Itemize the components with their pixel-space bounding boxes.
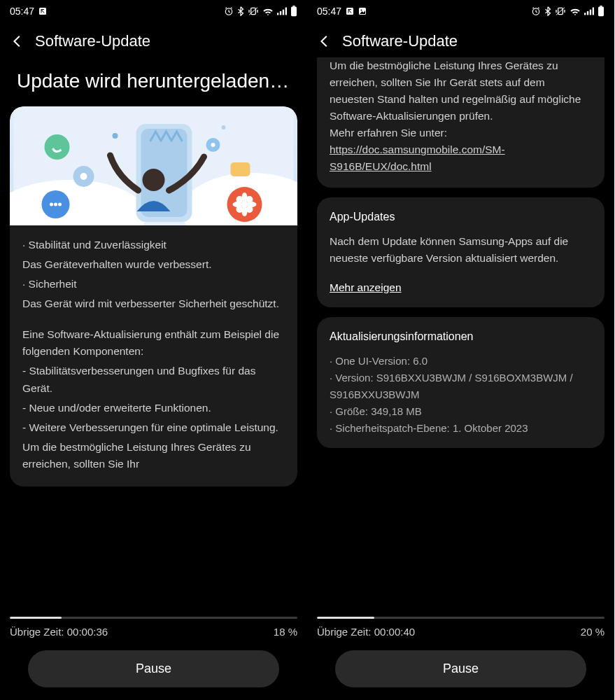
svg-rect-49 xyxy=(600,6,602,7)
changelog-text: Das Geräteverhalten wurde verbessert. xyxy=(22,256,285,273)
changelog-text: Eine Software-Aktualisierung enthält zum… xyxy=(22,326,285,360)
show-more-link[interactable]: Mehr anzeigen xyxy=(330,279,402,296)
svg-rect-46 xyxy=(590,10,591,15)
app-header: Software-Update xyxy=(0,20,307,57)
svg-rect-44 xyxy=(584,13,586,15)
call-indicator-icon xyxy=(38,7,47,15)
back-icon[interactable] xyxy=(317,34,332,49)
progress-bar xyxy=(10,617,297,619)
changelog-text: Das Gerät wird mit verbesserter Sicherhe… xyxy=(22,295,285,312)
time-remaining: Übrige Zeit: 00:00:36 xyxy=(10,626,108,638)
info-card-continuation: Um die bestmögliche Leistung Ihres Gerät… xyxy=(317,57,605,188)
svg-point-16 xyxy=(45,134,70,160)
changelog-body: · Stabilität und Zuverlässigkeit Das Ger… xyxy=(10,225,297,486)
percent-label: 20 % xyxy=(581,626,605,638)
call-indicator-icon xyxy=(346,7,354,15)
progress-fill xyxy=(10,617,62,619)
changelog-bullet: · Stabilität und Zuverlässigkeit xyxy=(22,237,285,253)
progress-bar xyxy=(317,617,605,619)
alarm-icon xyxy=(224,6,234,16)
svg-rect-4 xyxy=(277,13,278,15)
phone-right: 05:47 Software-Update Um die bestmöglich… xyxy=(307,0,614,700)
progress-section: Übrige Zeit: 00:00:40 20 % xyxy=(307,611,614,640)
changelog-item: - Stabilitätsverbesserungen und Bugfixes… xyxy=(22,363,285,396)
back-icon[interactable] xyxy=(10,34,25,49)
svg-rect-48 xyxy=(598,7,604,17)
wifi-icon xyxy=(262,7,274,15)
svg-point-37 xyxy=(222,125,226,130)
vibrate-icon xyxy=(555,6,566,16)
phone-left: 05:47 Software-Update Update wird herunt… xyxy=(0,0,307,700)
svg-point-21 xyxy=(54,203,57,206)
image-indicator-icon xyxy=(358,7,367,15)
svg-rect-6 xyxy=(283,10,284,15)
pause-button[interactable]: Pause xyxy=(28,650,279,687)
svg-rect-8 xyxy=(291,7,297,17)
svg-point-32 xyxy=(246,196,253,203)
svg-rect-9 xyxy=(292,6,295,7)
svg-rect-25 xyxy=(231,162,250,176)
status-time: 05:47 xyxy=(317,6,341,17)
bluetooth-icon xyxy=(544,6,551,16)
svg-line-43 xyxy=(556,8,565,15)
svg-rect-45 xyxy=(587,11,588,15)
info-size: Größe: 349,18 MB xyxy=(330,403,592,420)
info-patch: Sicherheitspatch-Ebene: 1. Oktober 2023 xyxy=(330,420,592,437)
svg-rect-7 xyxy=(285,8,287,15)
percent-label: 18 % xyxy=(274,626,297,638)
app-updates-card: App-Updates Nach dem Update können Samsu… xyxy=(317,197,605,307)
page-title: Update wird heruntergeladen… xyxy=(10,57,297,106)
battery-icon xyxy=(290,6,297,17)
svg-rect-47 xyxy=(593,8,594,15)
status-bar: 05:47 xyxy=(307,0,614,20)
status-time: 05:47 xyxy=(10,6,34,17)
card-title: App-Updates xyxy=(330,209,592,226)
signal-icon xyxy=(584,7,594,15)
pause-button[interactable]: Pause xyxy=(335,650,586,687)
alarm-icon xyxy=(531,6,541,16)
svg-point-34 xyxy=(246,206,253,213)
battery-icon xyxy=(598,6,605,17)
docs-link[interactable]: https://doc.samsungmobile.com/SM-S916B/E… xyxy=(330,144,505,172)
changelog-item: - Neue und/oder erweiterte Funktionen. xyxy=(22,400,285,416)
more-info-label: Mehr erfahren Sie unter: xyxy=(330,125,592,141)
header-title: Software-Update xyxy=(342,32,458,50)
status-bar: 05:47 xyxy=(0,0,307,20)
svg-point-22 xyxy=(58,203,62,206)
svg-point-15 xyxy=(143,169,165,191)
svg-point-36 xyxy=(113,133,118,139)
progress-fill xyxy=(317,617,374,619)
svg-line-3 xyxy=(249,8,257,15)
changelog-text: Um die bestmögliche Leistung Ihres Gerät… xyxy=(22,439,285,472)
svg-point-18 xyxy=(80,173,87,180)
info-text: Um die bestmögliche Leistung Ihres Gerät… xyxy=(330,57,592,125)
vibrate-icon xyxy=(248,6,259,16)
info-version: Version: S916BXXU3BWJM / S916BOXM3BWJM /… xyxy=(330,370,592,403)
update-illustration xyxy=(10,106,297,225)
header-title: Software-Update xyxy=(35,32,150,50)
svg-point-20 xyxy=(50,203,53,206)
progress-section: Übrige Zeit: 00:00:36 18 % xyxy=(0,611,307,640)
time-remaining: Übrige Zeit: 00:00:40 xyxy=(317,626,415,638)
app-header: Software-Update xyxy=(307,20,614,57)
svg-point-24 xyxy=(211,143,215,147)
changelog-bullet: · Sicherheit xyxy=(22,276,285,293)
wifi-icon xyxy=(570,7,581,15)
changelog-item: - Weitere Verbesserungen für eine optima… xyxy=(22,419,285,436)
changelog-card: · Stabilität und Zuverlässigkeit Das Ger… xyxy=(10,106,297,486)
svg-point-33 xyxy=(236,196,243,203)
svg-point-40 xyxy=(361,10,362,11)
card-title: Aktualisierungsinformationen xyxy=(330,328,592,346)
info-one-ui: One UI-Version: 6.0 xyxy=(330,353,592,370)
update-info-card: Aktualisierungsinformationen One UI-Vers… xyxy=(317,317,605,448)
svg-rect-5 xyxy=(280,11,281,15)
app-updates-text: Nach dem Update können Samsung-Apps auf … xyxy=(330,233,592,267)
bluetooth-icon xyxy=(237,6,244,16)
svg-point-35 xyxy=(236,206,243,213)
signal-icon xyxy=(277,7,287,15)
